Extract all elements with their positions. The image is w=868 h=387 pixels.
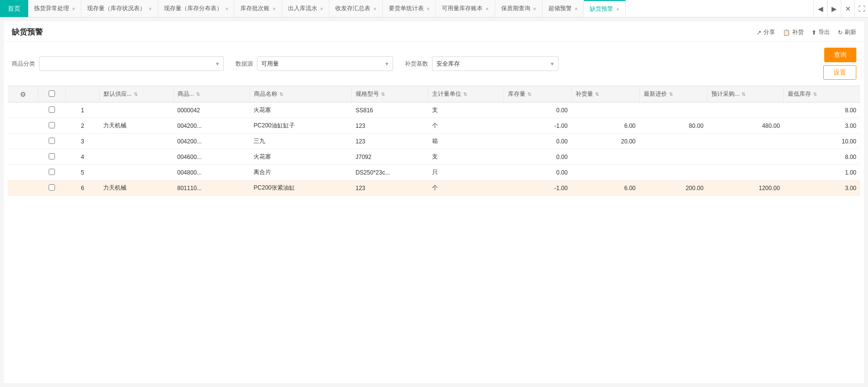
share-action[interactable]: ↗ 分享	[757, 28, 775, 36]
close-icon[interactable]: ×	[533, 6, 536, 12]
refresh-label: 刷新	[845, 28, 856, 36]
row-check-cell[interactable]	[38, 103, 66, 118]
sort-icon: ⇅	[463, 91, 467, 97]
row-checkbox[interactable]	[49, 138, 55, 144]
data-table: ⚙ 默认供应... ⇅ 商品...	[8, 86, 860, 196]
close-icon[interactable]: ×	[272, 6, 275, 12]
row-latest-price: 200.00	[639, 180, 707, 196]
row-estimated-purchase	[707, 149, 784, 165]
sort-icon: ⇅	[196, 91, 200, 97]
tab-abnormal[interactable]: 拣货异常处理 ×	[28, 0, 81, 18]
row-unit: 箱	[428, 134, 504, 149]
tab-expiry[interactable]: 保质期查询 ×	[495, 0, 542, 18]
data-source-select[interactable]: 可用量 库存量	[257, 56, 393, 71]
row-replenish: 6.00	[572, 180, 640, 196]
th-latest-price-label: 最新进价	[644, 90, 667, 98]
export-action[interactable]: ⬆ 导出	[812, 28, 830, 36]
tab-order-stats[interactable]: 要货单统计表 ×	[383, 0, 436, 18]
row-settings-cell	[8, 149, 38, 165]
tab-nav-buttons: ◀ ▶ ✕ ⛶	[814, 0, 868, 18]
row-checkbox[interactable]	[49, 169, 55, 175]
tab-overstock-label: 超储预警	[548, 4, 572, 13]
close-icon[interactable]: ×	[225, 6, 228, 12]
th-settings[interactable]: ⚙	[8, 86, 38, 103]
th-supplier[interactable]: 默认供应... ⇅	[99, 86, 173, 103]
row-code: 004200...	[173, 118, 250, 134]
check-all-checkbox[interactable]	[49, 90, 55, 97]
tab-inventory-dist[interactable]: 现存量（库存分布表） ×	[158, 0, 235, 18]
data-source-wrapper: 可用量 库存量	[257, 56, 393, 71]
row-checkbox[interactable]	[49, 184, 55, 191]
th-stock[interactable]: 库存量 ⇅	[504, 86, 572, 103]
tab-available-ledger[interactable]: 可用量库存账本 ×	[436, 0, 495, 18]
close-icon[interactable]: ×	[148, 6, 151, 12]
tab-inout-flow[interactable]: 出入库流水 ×	[282, 0, 329, 18]
row-replenish	[572, 149, 640, 165]
row-spec: SS816	[352, 103, 428, 118]
row-check-cell[interactable]	[38, 180, 66, 196]
tab-shortage[interactable]: 缺货预警 ×	[584, 0, 625, 18]
tab-home[interactable]: 首页	[0, 0, 28, 18]
row-supplier	[99, 149, 173, 165]
th-check[interactable]	[38, 86, 66, 103]
row-replenish: 20.00	[572, 134, 640, 149]
tab-overstock[interactable]: 超储预警 ×	[542, 0, 584, 18]
row-name: 三九	[250, 134, 351, 149]
settings-button[interactable]: 设置	[823, 65, 856, 80]
tab-inventory-status[interactable]: 现存量（库存状况表） ×	[81, 0, 158, 18]
row-check-cell[interactable]	[38, 149, 66, 165]
close-icon[interactable]: ×	[575, 6, 578, 12]
th-latest-price[interactable]: 最新进价 ⇅	[639, 86, 707, 103]
tab-batch[interactable]: 库存批次账 ×	[235, 0, 282, 18]
row-replenish: 6.00	[572, 118, 640, 134]
replenish-action[interactable]: 📋 补货	[783, 28, 804, 36]
tab-close-all-button[interactable]: ✕	[841, 0, 854, 18]
sort-icon: ⇅	[595, 91, 599, 97]
row-num: 5	[66, 165, 100, 180]
close-icon[interactable]: ×	[427, 6, 430, 12]
row-check-cell[interactable]	[38, 165, 66, 180]
tab-next-button[interactable]: ▶	[827, 0, 841, 18]
query-button[interactable]: 查询	[824, 48, 856, 62]
refresh-action[interactable]: ↻ 刷新	[838, 28, 856, 36]
tab-fullscreen-button[interactable]: ⛶	[854, 0, 868, 18]
th-name[interactable]: 商品名称 ⇅	[250, 86, 351, 103]
table-header-row: ⚙ 默认供应... ⇅ 商品...	[8, 86, 860, 103]
product-category-select[interactable]	[39, 56, 224, 71]
th-replenish[interactable]: 补货量 ⇅	[572, 86, 640, 103]
row-replenish	[572, 165, 640, 180]
row-latest-price	[639, 103, 707, 118]
tab-prev-button[interactable]: ◀	[814, 0, 827, 18]
row-checkbox[interactable]	[49, 122, 55, 128]
row-checkbox[interactable]	[49, 153, 55, 159]
close-icon[interactable]: ×	[320, 6, 323, 12]
close-icon[interactable]: ×	[616, 6, 619, 12]
th-estimated-purchase[interactable]: 预计采购... ⇅	[707, 86, 784, 103]
tab-recv-summary-label: 收发存汇总表	[335, 4, 370, 13]
close-icon[interactable]: ×	[373, 6, 376, 12]
th-unit[interactable]: 主计量单位 ⇅	[428, 86, 504, 103]
replenish-base-label: 补货基数	[405, 60, 428, 68]
tab-recv-summary[interactable]: 收发存汇总表 ×	[329, 0, 382, 18]
row-check-cell[interactable]	[38, 118, 66, 134]
row-min-stock: 10.00	[784, 134, 860, 149]
row-num: 4	[66, 149, 100, 165]
th-spec[interactable]: 规格型号 ⇅	[352, 86, 428, 103]
th-code[interactable]: 商品... ⇅	[173, 86, 250, 103]
row-settings-cell	[8, 165, 38, 180]
row-num: 3	[66, 134, 100, 149]
th-replenish-label: 补货量	[576, 90, 593, 98]
replenish-base-select[interactable]: 安全库存 最低库存	[432, 56, 559, 71]
close-icon[interactable]: ×	[486, 6, 488, 12]
row-latest-price	[639, 134, 707, 149]
row-checkbox[interactable]	[49, 106, 55, 113]
page-title: 缺货预警	[12, 27, 43, 37]
th-stock-label: 库存量	[508, 90, 525, 98]
th-code-label: 商品...	[178, 90, 194, 98]
filter-buttons: 查询 设置	[823, 48, 856, 80]
th-min-stock[interactable]: 最低库存 ⇅	[784, 86, 860, 103]
row-replenish	[572, 103, 640, 118]
row-check-cell[interactable]	[38, 134, 66, 149]
gear-icon[interactable]: ⚙	[20, 90, 26, 98]
close-icon[interactable]: ×	[72, 6, 75, 12]
